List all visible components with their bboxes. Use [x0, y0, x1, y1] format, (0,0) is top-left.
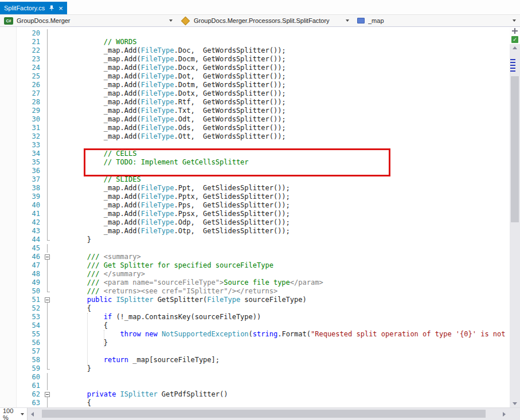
zoom-control[interactable]: 100 %: [0, 408, 28, 420]
code-line[interactable]: 56 }: [0, 339, 510, 347]
code-line[interactable]: 24 _map.Add(FileType.Docx, GetWordsSplit…: [0, 64, 510, 72]
code-line[interactable]: 21 // WORDS: [0, 38, 510, 46]
code-line[interactable]: 50 /// <returns><see cref="ISplitter"/><…: [0, 287, 510, 296]
line-number[interactable]: 51: [16, 296, 44, 304]
code-line[interactable]: 37 // SLIDES: [0, 175, 510, 184]
line-number[interactable]: 29: [16, 107, 44, 115]
code-line[interactable]: 38 _map.Add(FileType.Ppt, GetSlidesSplit…: [0, 184, 510, 193]
line-number[interactable]: 26: [16, 81, 44, 89]
line-number[interactable]: 61: [16, 382, 44, 390]
line-number[interactable]: 54: [16, 321, 44, 330]
tab-splitfactory[interactable]: SplitFactory.cs ×: [0, 2, 67, 14]
code-line[interactable]: 62 private ISplitter GetPdfSplitter(): [0, 390, 510, 399]
line-number[interactable]: 43: [16, 227, 44, 235]
vertical-scrollbar[interactable]: ✓: [510, 27, 520, 407]
line-number[interactable]: 31: [16, 124, 44, 132]
breakpoint-margin[interactable]: [0, 27, 17, 407]
line-number[interactable]: 59: [16, 364, 44, 373]
code-line[interactable]: 30 _map.Add(FileType.Odt, GetWordsSplitt…: [0, 115, 510, 124]
code-area[interactable]: 2021 // WORDS22 _map.Add(FileType.Doc, G…: [0, 27, 510, 407]
code-line[interactable]: 29 _map.Add(FileType.Txt, GetWordsSplitt…: [0, 107, 510, 115]
line-number[interactable]: 30: [16, 115, 44, 124]
fold-collapse-button[interactable]: [44, 253, 52, 261]
line-number[interactable]: 34: [16, 150, 44, 158]
scroll-left-button[interactable]: [28, 408, 37, 420]
line-number[interactable]: 52: [16, 304, 44, 313]
fold-collapse-button[interactable]: [44, 390, 52, 399]
file-health-indicator[interactable]: ✓: [510, 35, 520, 44]
line-number[interactable]: 45: [16, 244, 44, 253]
line-number[interactable]: 44: [16, 235, 44, 244]
code-line[interactable]: 40 _map.Add(FileType.Pps, GetSlidesSplit…: [0, 201, 510, 210]
pin-icon[interactable]: [49, 5, 54, 11]
code-line[interactable]: 23 _map.Add(FileType.Docm, GetWordsSplit…: [0, 55, 510, 64]
code-line[interactable]: 61: [0, 382, 510, 390]
h-scrollbar-track[interactable]: [37, 408, 499, 420]
line-number[interactable]: 24: [16, 64, 44, 72]
line-number[interactable]: 60: [16, 373, 44, 382]
code-line[interactable]: 51 public ISplitter GetSplitter(FileType…: [0, 296, 510, 304]
line-number[interactable]: 32: [16, 132, 44, 141]
code-line[interactable]: 35 // TODO: Implement GetCellsSplitter: [0, 158, 510, 167]
code-line[interactable]: 57: [0, 347, 510, 356]
code-line[interactable]: 59 }: [0, 364, 510, 373]
line-number[interactable]: 39: [16, 193, 44, 201]
line-number[interactable]: 62: [16, 390, 44, 399]
code-line[interactable]: 49 /// <param name="sourceFileType">Sour…: [0, 278, 510, 287]
code-line[interactable]: 39 _map.Add(FileType.Pptx, GetSlidesSpli…: [0, 193, 510, 201]
code-line[interactable]: 20: [0, 29, 510, 38]
code-line[interactable]: 46 /// <summary>: [0, 253, 510, 261]
line-number[interactable]: 22: [16, 46, 44, 55]
code-line[interactable]: 63 {: [0, 399, 510, 407]
code-line[interactable]: 42 _map.Add(FileType.Odp, GetSlidesSplit…: [0, 218, 510, 227]
scroll-down-button[interactable]: [510, 400, 520, 407]
line-number[interactable]: 48: [16, 270, 44, 278]
code-line[interactable]: 26 _map.Add(FileType.Dotm, GetWordsSplit…: [0, 81, 510, 89]
line-number[interactable]: 49: [16, 278, 44, 287]
code-line[interactable]: 32 _map.Add(FileType.Ott, GetWordsSplitt…: [0, 132, 510, 141]
split-editor-handle-icon[interactable]: [510, 27, 520, 35]
code-line[interactable]: 27 _map.Add(FileType.Dotx, GetWordsSplit…: [0, 89, 510, 98]
chevron-down-icon[interactable]: [346, 19, 349, 22]
line-number[interactable]: 21: [16, 38, 44, 46]
line-number[interactable]: 40: [16, 201, 44, 210]
project-dropdown[interactable]: C# GroupDocs.Merger: [0, 15, 177, 26]
code-line[interactable]: 28 _map.Add(FileType.Rtf, GetWordsSplitt…: [0, 98, 510, 107]
line-number[interactable]: 41: [16, 210, 44, 218]
code-line[interactable]: 31 _map.Add(FileType.Ods, GetWordsSplitt…: [0, 124, 510, 132]
code-line[interactable]: 43 _map.Add(FileType.Otp, GetSlidesSplit…: [0, 227, 510, 235]
scrollbar-track[interactable]: [510, 52, 520, 400]
h-scrollbar-thumb[interactable]: [42, 410, 486, 418]
code-line[interactable]: 54 {: [0, 321, 510, 330]
code-line[interactable]: 53 if (!_map.ContainsKey(sourceFileType)…: [0, 313, 510, 321]
line-number[interactable]: 63: [16, 399, 44, 407]
scrollbar-thumb[interactable]: [511, 76, 519, 222]
code-line[interactable]: 22 _map.Add(FileType.Doc, GetWordsSplitt…: [0, 46, 510, 55]
line-number[interactable]: 56: [16, 339, 44, 347]
line-number[interactable]: 47: [16, 261, 44, 270]
code-line[interactable]: 48 /// </summary>: [0, 270, 510, 278]
code-line[interactable]: 34 // CELLS: [0, 150, 510, 158]
line-number[interactable]: 46: [16, 253, 44, 261]
line-number[interactable]: 50: [16, 287, 44, 296]
code-line[interactable]: 45: [0, 244, 510, 253]
line-number[interactable]: 25: [16, 72, 44, 81]
line-number[interactable]: 27: [16, 89, 44, 98]
scroll-right-button[interactable]: [499, 408, 509, 420]
collapse-minus-icon[interactable]: [45, 254, 50, 260]
line-number[interactable]: 23: [16, 55, 44, 64]
code-line[interactable]: 36: [0, 167, 510, 175]
line-number[interactable]: 42: [16, 218, 44, 227]
line-number[interactable]: 55: [16, 330, 44, 339]
line-number[interactable]: 53: [16, 313, 44, 321]
chevron-down-icon[interactable]: [513, 19, 516, 22]
chevron-down-icon[interactable]: [169, 19, 173, 22]
line-number[interactable]: 57: [16, 347, 44, 356]
member-dropdown[interactable]: _map: [353, 15, 520, 26]
line-number[interactable]: 33: [16, 141, 44, 150]
code-line[interactable]: 47 /// Get Splitter for specified source…: [0, 261, 510, 270]
scroll-up-button[interactable]: [510, 44, 520, 52]
code-line[interactable]: 52 {: [0, 304, 510, 313]
code-line[interactable]: 25 _map.Add(FileType.Dot, GetWordsSplitt…: [0, 72, 510, 81]
line-number[interactable]: 20: [16, 29, 44, 38]
